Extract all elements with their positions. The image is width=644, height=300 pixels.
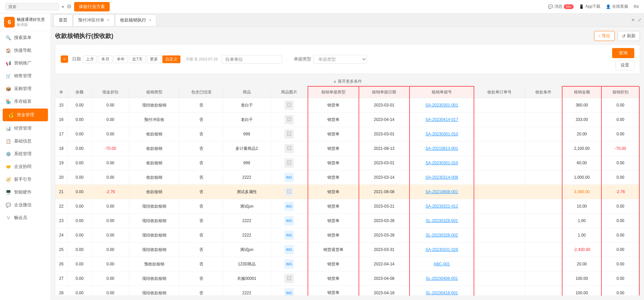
bill-no-link[interactable]: SA-20210808-001 <box>425 189 458 194</box>
close-window-icon[interactable]: ✕ <box>631 17 635 23</box>
tab-close-prepay[interactable]: × <box>107 18 109 23</box>
basic-icon: 📋 <box>5 139 11 144</box>
sidebar-item-purchase[interactable]: 📦采购管理 <box>0 82 51 95</box>
sidebar-item-system[interactable]: ⚙️系统管理 <box>0 147 51 160</box>
cell-receipt-order <box>474 185 525 199</box>
tab-close-collection[interactable]: × <box>149 18 151 23</box>
date-btn-this-year[interactable]: 本年 <box>114 55 128 63</box>
sidebar-item-wechat[interactable]: 💬企业微信 <box>0 199 51 211</box>
date-btn-7days[interactable]: 近7天 <box>129 55 146 63</box>
cell-bill-no[interactable]: SL-20230328-001 <box>410 214 474 228</box>
sidebar-item-hardware[interactable]: 🖥️智能硬件 <box>0 186 51 199</box>
table-row: 15 0.00 0.00 现结收款核销 否 老白干 🖼 销货单 2023-03-… <box>55 98 639 113</box>
cell-bill-no[interactable]: SA-20230321-012 <box>410 199 474 214</box>
chevron-down-icon[interactable]: ▾ <box>62 4 64 9</box>
app-download-btn[interactable]: 📱 App下载 <box>579 4 600 9</box>
sidebar-item-member[interactable]: V畅会员 <box>0 211 51 224</box>
cell-bill-no[interactable]: SA-20230414-017 <box>410 113 474 127</box>
cell-bill-no[interactable]: SL-20230408-001 <box>410 271 474 286</box>
industry-btn[interactable]: 体验行业方案 <box>74 2 110 11</box>
username-text: Rit <box>634 4 639 9</box>
cell-write-off-discount: 0.00 <box>601 271 639 286</box>
message-btn[interactable]: 💬 消息 99+ <box>548 4 574 9</box>
cell-no: 18 <box>55 141 67 156</box>
maximize-icon[interactable]: ⤢ <box>638 17 641 23</box>
bill-no-link[interactable]: SA-20230301-010 <box>425 161 458 165</box>
date-btn-this-month[interactable]: 本月 <box>98 55 112 63</box>
cell-bill-no[interactable]: SA-20210808-001 <box>410 185 474 199</box>
cell-bill-no[interactable]: ABC-001 <box>410 257 474 271</box>
bill-no-link[interactable]: SL-20230418-001 <box>426 291 458 295</box>
cell-write-off-discount: 0.00 <box>601 286 639 296</box>
search-input[interactable] <box>5 3 59 10</box>
cell-bill-no[interactable]: SA-20230314-008 <box>410 170 474 185</box>
counterparty-dots: ... <box>284 57 290 62</box>
cell-bill-no[interactable]: SA-20210813-001 <box>410 141 474 156</box>
cell-bill-no[interactable]: SL-20230418-001 <box>410 286 474 296</box>
query-button[interactable]: 查询 <box>612 48 634 58</box>
cell-bill-no[interactable]: SA-20230331-026 <box>410 243 474 257</box>
logo-sub-text: 标准版 <box>17 22 45 27</box>
counterparty-input[interactable] <box>222 55 282 63</box>
product-img-thumb: IMG <box>284 230 294 240</box>
cell-bill-no[interactable]: SL-20230328-002 <box>410 228 474 243</box>
expand-label: 展开更多条件 <box>338 79 362 84</box>
cell-bill-type: 销货单 <box>308 286 359 296</box>
sidebar-item-marketing[interactable]: 📢营销推广 <box>0 57 51 70</box>
cell-bill-no[interactable]: SA-20230301-001 <box>410 98 474 113</box>
sidebar-item-operations[interactable]: 📊经营管理 <box>0 122 51 135</box>
setting-button[interactable]: 设置 <box>615 60 634 70</box>
cell-included-settled: 否 <box>179 271 223 286</box>
online-service-btn[interactable]: 👤 在线客服 <box>606 4 628 9</box>
bill-no-link[interactable]: SA-20210813-001 <box>425 146 458 151</box>
sidebar-item-basic[interactable]: 📋基础信息 <box>0 135 51 147</box>
sidebar-label-operations: 经营管理 <box>14 125 32 131</box>
cell-bill-no[interactable]: SA-20230301-010 <box>410 156 474 170</box>
th-settings[interactable]: ⚙ <box>55 86 67 98</box>
cell-product-img: IMG <box>270 170 308 185</box>
tab-home[interactable]: 首页 <box>54 14 72 26</box>
sidebar-item-search-menu[interactable]: 🔍搜索菜单 <box>0 31 51 44</box>
bill-no-link[interactable]: ABC-001 <box>434 262 450 266</box>
bill-no-link[interactable]: SL-20230328-001 <box>426 218 458 223</box>
expand-bar[interactable]: ∨ 展开更多条件 <box>55 77 640 86</box>
export-button[interactable]: ↑ 导出 <box>594 31 615 41</box>
product-img-placeholder: 🖼 <box>284 274 294 283</box>
cell-no: 28 <box>55 286 67 296</box>
tab-prepay[interactable]: 预付冲应付单× <box>73 14 114 26</box>
bill-no-link[interactable]: SA-20230331-026 <box>425 247 458 252</box>
settings-icon[interactable]: ⚙ <box>67 3 71 10</box>
bill-type-select[interactable]: 单据类型 <box>313 55 367 64</box>
wechat-icon: 💬 <box>5 203 11 208</box>
cell-product-img: IMG <box>270 199 308 214</box>
date-btn-more[interactable]: 更多 <box>147 55 161 63</box>
sidebar-item-cooperation[interactable]: 🤝企业协同 <box>0 160 51 173</box>
tab-collection[interactable]: 收款核销执行× <box>115 14 156 26</box>
bill-no-link[interactable]: SA-20230301-010 <box>425 132 458 136</box>
bill-no-link[interactable]: SA-20230321-012 <box>425 204 458 209</box>
main-content: 首页预付冲应付单×收款核销执行× ✕ ⤢ 收款核销执行(按收款) ↑ 导出 ↺ … <box>51 13 644 300</box>
cell-bill-no[interactable]: SA-20230301-010 <box>410 127 474 141</box>
date-btn-last-month[interactable]: 上月 <box>83 55 97 63</box>
username-display: Rit <box>634 4 639 9</box>
date-btn-custom[interactable]: 自定义 <box>162 55 180 63</box>
table-body: 15 0.00 0.00 现结收款核销 否 老白干 🖼 销货单 2023-03-… <box>55 98 639 296</box>
filter-arrow-btn[interactable]: » <box>61 55 68 63</box>
bill-no-link[interactable]: SA-20230314-008 <box>425 175 458 180</box>
sidebar-item-sales[interactable]: 🛒销售管理 <box>0 70 51 82</box>
refresh-button[interactable]: ↺ 刷新 <box>618 31 640 41</box>
th-balance: 余额 <box>67 86 92 98</box>
bill-no-link[interactable]: SA-20230414-017 <box>425 117 458 122</box>
cell-bill-date: 2023-04-14 <box>359 113 410 127</box>
bill-no-link[interactable]: SL-20230328-002 <box>426 233 458 238</box>
sidebar-item-finance[interactable]: 💰资金管理 <box>3 109 48 121</box>
sidebar-item-quick-nav[interactable]: 🏠快捷导航 <box>0 44 51 57</box>
cell-bill-date: 2023-03-31 <box>359 243 410 257</box>
cell-write-off-amount: 100.00 <box>562 271 601 286</box>
cell-receipt-order <box>474 127 525 141</box>
bill-no-link[interactable]: SL-20230408-001 <box>426 276 458 281</box>
bill-no-link[interactable]: SA-20230301-001 <box>425 103 458 108</box>
sidebar-item-inventory[interactable]: 🏪库存核算 <box>0 95 51 108</box>
page-title: 收款核销执行(按收款) <box>55 32 113 40</box>
sidebar-item-guide[interactable]: 🧭新手引导 <box>0 173 51 186</box>
